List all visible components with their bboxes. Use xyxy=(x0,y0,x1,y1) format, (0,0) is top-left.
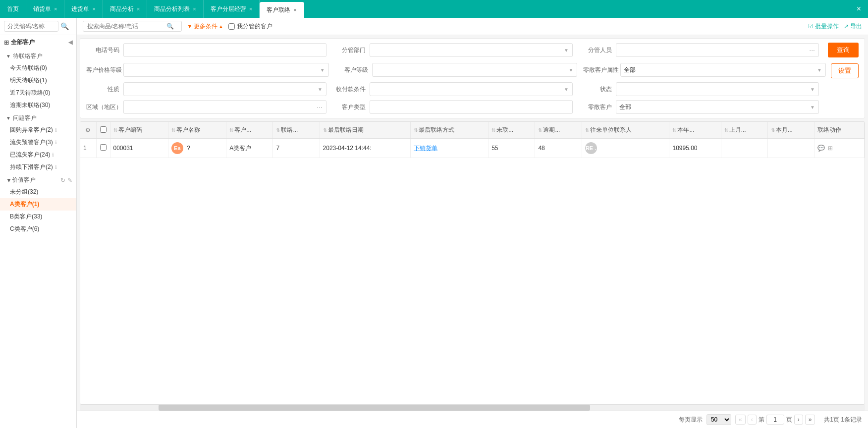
sort-icon-code[interactable]: ⇅ xyxy=(113,127,117,133)
last-method-link[interactable]: 下销货单 xyxy=(414,145,437,152)
row-code: 000031 xyxy=(110,139,168,158)
sidebar-search-icon[interactable]: 🔍 xyxy=(60,22,69,30)
col-last-contact-date: ⇅最后联络日期 xyxy=(320,122,411,139)
last-page-btn[interactable]: » xyxy=(805,415,815,425)
filter-cell-phone: 电话号码 xyxy=(86,43,326,57)
batch-operations-btn[interactable]: ☑ 批量操作 xyxy=(808,22,839,31)
tab-sales-close[interactable]: × xyxy=(54,6,57,12)
col-last-month: ⇅上月... xyxy=(721,122,767,139)
sidebar-item-today[interactable]: 今天待联络(0) xyxy=(0,62,76,74)
sidebar-item-tomorrow[interactable]: 明天待联络(1) xyxy=(0,74,76,87)
scattered-attr-select[interactable]: 全部 xyxy=(620,63,826,77)
my-customers-filter[interactable]: 我分管的客户 xyxy=(228,22,272,31)
sort-icon-name[interactable]: ⇅ xyxy=(171,127,175,133)
sidebar-item-class-c[interactable]: C类客户(6) xyxy=(0,223,76,235)
info-icon-1: ℹ xyxy=(55,127,57,133)
sort-icon-date[interactable]: ⇅ xyxy=(323,127,327,133)
horizontal-scrollbar[interactable] xyxy=(80,405,865,411)
sort-icon-method[interactable]: ⇅ xyxy=(414,127,418,133)
pending-contact-section[interactable]: ▼ 待联络客户 xyxy=(0,50,76,62)
value-customers-section[interactable]: ▼ 价值客户 ↻ ✎ xyxy=(0,173,76,186)
sidebar-item-class-b[interactable]: B类客户(33) xyxy=(0,211,76,223)
page-prefix: 第 xyxy=(759,416,764,424)
tab-customer-contact[interactable]: 客户联络 × xyxy=(260,2,304,18)
scattered-select[interactable]: 全部 xyxy=(616,100,819,114)
sidebar-item-7days[interactable]: 近7天待联络(0) xyxy=(0,87,76,99)
sidebar-item-ungrouped[interactable]: 未分组(32) xyxy=(0,186,76,198)
prev-page-btn[interactable]: ‹ xyxy=(748,415,757,425)
scattered-label: 零散客户 xyxy=(579,103,616,111)
my-customers-label: 我分管的客户 xyxy=(237,22,272,31)
price-level-label: 客户价格等级 xyxy=(86,66,123,74)
sort-icon-type[interactable]: ⇅ xyxy=(229,127,233,133)
sort-icon-not[interactable]: ⇅ xyxy=(491,127,495,133)
page-nav: « ‹ 第 页 › » xyxy=(735,415,815,425)
col-gear[interactable]: ⚙ xyxy=(80,122,96,139)
sidebar-item-repurchase-abnormal[interactable]: 回购异常客户(2) ℹ xyxy=(0,124,76,136)
sidebar-item-churned[interactable]: 已流失客户(24) ℹ xyxy=(0,149,76,161)
customer-type-input[interactable] xyxy=(370,100,573,114)
row-checkbox-cell xyxy=(96,139,110,158)
page-input[interactable] xyxy=(766,415,784,425)
sidebar-item-overdue[interactable]: 逾期未联络(30) xyxy=(0,99,76,111)
customer-level-label: 客户等级 xyxy=(335,66,372,74)
select-all-checkbox[interactable] xyxy=(100,126,107,133)
collapse-icon[interactable]: ◀ xyxy=(68,39,72,46)
settings-button[interactable]: 设置 xyxy=(831,63,859,78)
tab-customer-tier-close[interactable]: × xyxy=(249,6,252,12)
refresh-icon[interactable]: ↻ xyxy=(60,177,65,184)
scroll-thumb[interactable] xyxy=(159,405,591,411)
all-customers-header[interactable]: ⊞ 全部客户 ◀ xyxy=(0,35,76,50)
tab-goods-analysis-list[interactable]: 商品分析列表 × xyxy=(147,0,203,18)
more-conditions-btn[interactable]: ▼ 更多条件 ▲ xyxy=(187,22,223,31)
export-icon: ↗ xyxy=(844,23,849,30)
payment-select[interactable] xyxy=(370,82,573,96)
tab-customer-tier[interactable]: 客户分层经营 × xyxy=(204,0,260,18)
window-close-button[interactable]: × xyxy=(850,4,868,13)
dept-select[interactable] xyxy=(370,43,573,57)
tab-goods-analysis[interactable]: 商品分析 × xyxy=(103,0,147,18)
sort-icon-month[interactable]: ⇅ xyxy=(771,127,775,133)
filter-cell-customer-type: 客户类型 xyxy=(332,100,573,114)
tab-purchase[interactable]: 进货单 × xyxy=(64,0,103,18)
sort-icon-contact[interactable]: ⇅ xyxy=(276,127,280,133)
tab-sales[interactable]: 销货单 × xyxy=(26,0,64,18)
ungrouped-label: 未分组(32) xyxy=(10,188,38,196)
next-page-btn[interactable]: › xyxy=(794,415,803,425)
price-level-select[interactable] xyxy=(123,63,329,77)
my-customers-checkbox[interactable] xyxy=(228,23,235,30)
search-icon[interactable]: 🔍 xyxy=(166,23,174,30)
sidebar-item-declining[interactable]: 持续下滑客户(2) ℹ xyxy=(0,161,76,173)
sidebar-item-class-a[interactable]: A类客户(1) xyxy=(0,198,76,211)
sidebar-item-churn-warning[interactable]: 流失预警客户(3) ℹ xyxy=(0,136,76,149)
tab-goods-analysis-close[interactable]: × xyxy=(137,6,140,12)
problem-customers-section[interactable]: ▼ 问题客户 xyxy=(0,111,76,124)
manager-input[interactable] xyxy=(616,43,819,57)
tab-purchase-close[interactable]: × xyxy=(92,6,95,12)
first-page-btn[interactable]: « xyxy=(735,415,746,425)
search-input[interactable] xyxy=(87,23,166,30)
tab-customer-contact-close[interactable]: × xyxy=(293,7,296,13)
filter-cell-customer-level: 客户等级 ▼ xyxy=(335,63,578,77)
qr-action-icon[interactable]: ⊞ xyxy=(828,145,833,152)
phone-input[interactable] xyxy=(123,43,326,57)
per-page-select[interactable]: 50 20 100 xyxy=(706,414,731,425)
status-select[interactable] xyxy=(616,82,819,96)
edit-icon[interactable]: ✎ xyxy=(67,177,72,184)
customer-level-select[interactable] xyxy=(372,63,578,77)
nature-select[interactable] xyxy=(123,82,326,96)
region-input[interactable] xyxy=(123,100,326,114)
sort-icon-year[interactable]: ⇅ xyxy=(672,127,676,133)
query-button[interactable]: 查询 xyxy=(828,43,859,57)
row-checkbox[interactable] xyxy=(100,144,107,151)
tab-goods-analysis-list-close[interactable]: × xyxy=(193,6,196,12)
search-input-wrap: 🔍 xyxy=(83,21,182,32)
chat-action-icon[interactable]: 💬 xyxy=(817,145,825,152)
sort-icon-lastmonth[interactable]: ⇅ xyxy=(724,127,728,133)
export-btn[interactable]: ↗ 导出 xyxy=(844,22,862,31)
sort-icon-company[interactable]: ⇅ xyxy=(585,127,589,133)
info-icon-2: ℹ xyxy=(55,140,57,145)
tab-home[interactable]: 首页 xyxy=(0,0,26,18)
sort-icon-overdue[interactable]: ⇅ xyxy=(538,127,542,133)
sidebar-search-input[interactable] xyxy=(4,21,58,32)
